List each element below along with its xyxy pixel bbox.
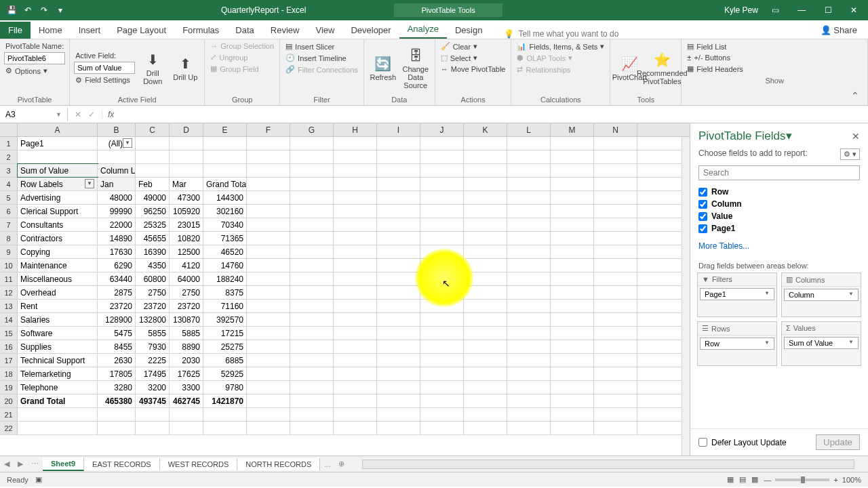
- cell[interactable]: [290, 150, 334, 163]
- cell[interactable]: 3300: [170, 381, 203, 394]
- cell[interactable]: Column Labels▼: [98, 164, 136, 177]
- cell[interactable]: 7930: [136, 340, 170, 353]
- cell[interactable]: [377, 259, 420, 272]
- cell[interactable]: [377, 137, 420, 150]
- cell[interactable]: [420, 164, 464, 177]
- table-row[interactable]: 18Telemarketing17805174951762552925: [0, 367, 690, 381]
- cell[interactable]: [377, 327, 420, 340]
- cell[interactable]: [464, 178, 507, 190]
- cell[interactable]: [377, 408, 420, 421]
- gear-icon[interactable]: ⚙ ▾: [840, 148, 860, 160]
- row-header[interactable]: 16: [0, 340, 18, 353]
- cell[interactable]: [377, 354, 420, 367]
- cell[interactable]: [247, 313, 290, 326]
- cell[interactable]: [18, 408, 98, 421]
- tab-file[interactable]: File: [0, 22, 31, 39]
- cell[interactable]: [170, 137, 203, 150]
- cell[interactable]: [464, 300, 507, 312]
- cell[interactable]: [290, 245, 334, 258]
- cell[interactable]: [98, 422, 136, 434]
- cell[interactable]: [464, 354, 507, 367]
- cell[interactable]: [247, 137, 290, 150]
- cell[interactable]: [594, 232, 637, 245]
- cell[interactable]: [420, 232, 464, 245]
- row-header[interactable]: 14: [0, 313, 18, 326]
- cell[interactable]: Telemarketing: [18, 367, 98, 380]
- tab-home[interactable]: Home: [31, 22, 71, 39]
- cell[interactable]: [507, 150, 551, 163]
- row-header[interactable]: 15: [0, 327, 18, 340]
- chevron-down-icon[interactable]: ▼: [56, 111, 62, 118]
- macro-record-icon[interactable]: ▣: [35, 475, 42, 484]
- undo-icon[interactable]: ↶: [22, 4, 34, 16]
- cell[interactable]: [377, 422, 420, 434]
- maximize-icon[interactable]: ☐: [816, 1, 840, 19]
- cell[interactable]: 23015: [170, 218, 203, 231]
- cell[interactable]: 6290: [98, 259, 136, 272]
- cell[interactable]: [420, 272, 464, 285]
- view-page-break-icon[interactable]: ▩: [751, 475, 758, 484]
- cell[interactable]: 5855: [136, 327, 170, 340]
- cell[interactable]: [464, 367, 507, 380]
- cell[interactable]: [290, 354, 334, 367]
- cell[interactable]: 22000: [98, 218, 136, 231]
- cell[interactable]: 60800: [136, 272, 170, 285]
- cell[interactable]: 52925: [203, 367, 247, 380]
- tab-analyze[interactable]: Analyze: [399, 20, 447, 39]
- cell[interactable]: [247, 340, 290, 353]
- cell[interactable]: Copying: [18, 245, 98, 258]
- cell[interactable]: [507, 178, 551, 190]
- cell[interactable]: [507, 259, 551, 272]
- cell[interactable]: 45655: [136, 232, 170, 245]
- select-all-corner[interactable]: [0, 123, 18, 136]
- cell[interactable]: 70340: [203, 218, 247, 231]
- row-header[interactable]: 21: [0, 408, 18, 421]
- cell[interactable]: [334, 300, 377, 312]
- cell[interactable]: (All)▼: [98, 137, 136, 150]
- cell[interactable]: Miscellaneous: [18, 272, 98, 285]
- cell[interactable]: 4120: [170, 259, 203, 272]
- save-icon[interactable]: 💾: [5, 4, 18, 16]
- cell[interactable]: [247, 191, 290, 204]
- cell[interactable]: [334, 286, 377, 299]
- cell[interactable]: [247, 272, 290, 285]
- more-tables-link[interactable]: More Tables...: [690, 237, 868, 255]
- cell[interactable]: [377, 272, 420, 285]
- cell[interactable]: [594, 205, 637, 218]
- row-header[interactable]: 4: [0, 178, 18, 190]
- row-header[interactable]: 17: [0, 354, 18, 367]
- cell[interactable]: [551, 164, 594, 177]
- cell[interactable]: [247, 164, 290, 177]
- cell[interactable]: [551, 259, 594, 272]
- cell[interactable]: [507, 394, 551, 407]
- cell[interactable]: [464, 205, 507, 218]
- cell[interactable]: [247, 422, 290, 434]
- update-button[interactable]: Update: [816, 434, 860, 450]
- table-row[interactable]: 19Telephone3280320033009780: [0, 381, 690, 394]
- cell[interactable]: [290, 178, 334, 190]
- cell[interactable]: Maintenance: [18, 259, 98, 272]
- cell[interactable]: [247, 408, 290, 421]
- cell[interactable]: [464, 191, 507, 204]
- cell[interactable]: 10820: [170, 232, 203, 245]
- cell[interactable]: [334, 150, 377, 163]
- cell[interactable]: Sum of Value: [18, 164, 98, 177]
- cell[interactable]: [377, 340, 420, 353]
- name-box[interactable]: A3▼: [0, 108, 68, 121]
- cell[interactable]: 17630: [98, 245, 136, 258]
- column-header-L[interactable]: L: [507, 123, 551, 136]
- cell[interactable]: 5885: [170, 327, 203, 340]
- cell[interactable]: [247, 218, 290, 231]
- cell[interactable]: [377, 191, 420, 204]
- tab-formulas[interactable]: Formulas: [174, 22, 227, 39]
- cell[interactable]: [551, 313, 594, 326]
- cell[interactable]: Advertising: [18, 191, 98, 204]
- cell[interactable]: [334, 381, 377, 394]
- cell[interactable]: 462745: [170, 394, 203, 407]
- chevron-down-icon[interactable]: ▼: [848, 339, 854, 347]
- table-row[interactable]: 4Row Labels▼JanFebMarGrand Total: [0, 178, 690, 191]
- clear-button[interactable]: 🧹 Clear ▾: [439, 41, 507, 52]
- cell[interactable]: [136, 137, 170, 150]
- redo-icon[interactable]: ↷: [38, 4, 50, 16]
- field-checkbox-row[interactable]: Row: [698, 186, 860, 198]
